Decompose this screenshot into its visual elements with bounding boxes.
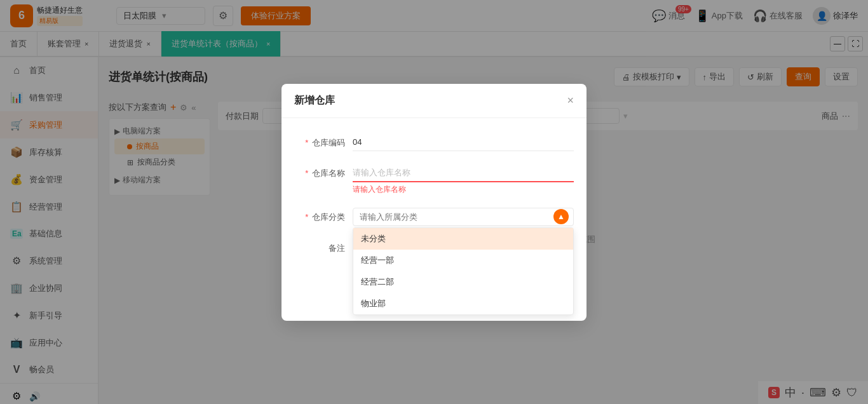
modal-header: 新增仓库 × [281, 84, 587, 118]
dropdown-option-dept2[interactable]: 经营二部 [353, 271, 573, 293]
category-dropdown-toggle[interactable]: ▲ [553, 209, 569, 224]
name-control-wrap: 请输入仓库名称 [353, 164, 574, 195]
dropdown-option-dept1[interactable]: 经营一部 [353, 250, 573, 271]
new-warehouse-modal: 新增仓库 × * 仓库编码 * 仓库名称 [281, 84, 587, 321]
modal-body: * 仓库编码 * 仓库名称 请输入仓库名称 [281, 118, 587, 286]
remark-label: 备注 [294, 239, 345, 254]
modal-close-button[interactable]: × [567, 94, 574, 107]
warehouse-code-input[interactable] [353, 133, 574, 151]
modal-overlay: 新增仓库 × * 仓库编码 * 仓库名称 [0, 0, 868, 404]
category-control-wrap: ▲ 未分类 经营一部 经营二部 物业部 [353, 208, 574, 226]
code-control-wrap [353, 133, 574, 151]
name-error-message: 请输入仓库名称 [353, 184, 574, 195]
category-label: * 仓库分类 [294, 208, 345, 223]
modal-title: 新增仓库 [294, 94, 335, 107]
warehouse-name-row: * 仓库名称 请输入仓库名称 [294, 164, 574, 195]
warehouse-category-row: * 仓库分类 ▲ 未分类 经营一部 [294, 208, 574, 226]
chevron-up-icon: ▲ [557, 212, 565, 221]
required-star: * [305, 138, 308, 147]
category-dropdown-list: 未分类 经营一部 经营二部 物业部 [353, 227, 574, 315]
dropdown-option-uncategorized[interactable]: 未分类 [353, 228, 573, 250]
name-label: * 仓库名称 [294, 164, 345, 179]
code-label: * 仓库编码 [294, 133, 345, 149]
warehouse-name-input[interactable] [353, 164, 574, 182]
warehouse-code-row: * 仓库编码 [294, 133, 574, 151]
required-star3: * [305, 212, 308, 222]
required-star2: * [305, 168, 308, 178]
dropdown-option-property[interactable]: 物业部 [353, 293, 573, 314]
warehouse-category-input[interactable] [353, 208, 574, 226]
